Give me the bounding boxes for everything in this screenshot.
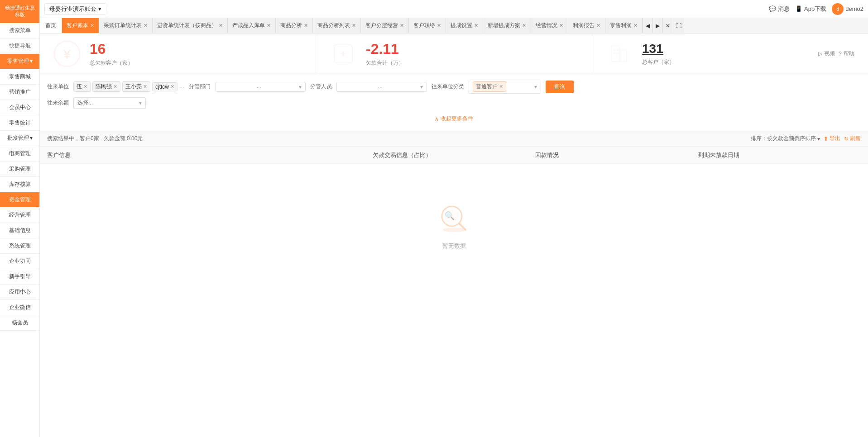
- refresh-button[interactable]: ↻ 刷新: [844, 135, 861, 142]
- tab-nav-next[interactable]: ▶: [652, 18, 662, 33]
- tab-close-icon[interactable]: ✕: [437, 23, 441, 28]
- tab-accounts[interactable]: 客户账本 ✕: [62, 18, 99, 33]
- tag-close-icon[interactable]: ✕: [113, 84, 117, 90]
- filter-tag-chen[interactable]: 陈民强 ✕: [92, 81, 120, 92]
- sidebar-item-quick-nav[interactable]: 快捷导航: [0, 38, 39, 54]
- stat-value-customers: 16: [90, 40, 133, 57]
- chevron-up-icon: ∧: [435, 116, 439, 122]
- tab-close-icon[interactable]: ✕: [144, 23, 148, 28]
- filter-tag-wang[interactable]: 王小亮 ✕: [122, 81, 150, 92]
- chevron-down-icon: ▾: [30, 135, 33, 141]
- app-logo[interactable]: 畅捷通好生意 标版: [0, 0, 39, 23]
- sidebar-item-app-center[interactable]: 应用中心: [0, 285, 39, 300]
- empty-illustration: 🔍: [436, 200, 472, 237]
- sidebar-item-new-guide[interactable]: 新手引导: [0, 269, 39, 285]
- sidebar-item-enterprise-collab[interactable]: 企业协同: [0, 254, 39, 269]
- tag-close-icon[interactable]: ✕: [143, 84, 147, 90]
- sidebar-item-enterprise-wechat[interactable]: 企业微信: [0, 300, 39, 315]
- stat-label-total: 总客户（家）: [642, 58, 675, 66]
- video-help-btn[interactable]: ▷ 视频: [818, 50, 835, 57]
- tag-close-icon[interactable]: ✕: [83, 84, 87, 90]
- tab-home[interactable]: 首页: [40, 18, 62, 33]
- account-selector[interactable]: 母婴行业演示账套 ▾: [44, 3, 106, 15]
- svg-text:✦: ✦: [339, 48, 347, 60]
- result-summary: 搜索结果中，客户0家: [47, 135, 99, 142]
- tab-inventory-stats[interactable]: 进货单统计表（按商品） ✕: [153, 18, 228, 33]
- sidebar-item-wholesale-mgmt[interactable]: 批发管理 ▾: [0, 131, 39, 146]
- tab-close-icon[interactable]: ✕: [633, 23, 638, 28]
- stat-label-debt: 欠款合计（万）: [366, 59, 404, 67]
- sidebar-item-business-mgmt[interactable]: 经营管理: [0, 208, 39, 223]
- user-profile[interactable]: d demo2: [832, 3, 863, 15]
- tab-new-promotion-plan[interactable]: 新增提成方案 ✕: [483, 18, 531, 33]
- tab-maximize[interactable]: ⛶: [673, 18, 684, 33]
- category-filter-select[interactable]: 普通客户 ✕ ▾: [469, 80, 541, 94]
- sidebar-item-ecommerce-mgmt[interactable]: 电商管理: [0, 146, 39, 162]
- filter-tag-wu[interactable]: 伍 ✕: [73, 81, 91, 92]
- sidebar-item-retail-mgmt[interactable]: 零售管理 ▾: [0, 54, 39, 69]
- collapse-btn[interactable]: ∧ 收起更多条件: [47, 112, 861, 125]
- more-icon: ···: [257, 84, 261, 90]
- filter-tag-cjttcw[interactable]: cjttcw ✕: [152, 82, 177, 91]
- chevron-down-icon: ▾: [30, 58, 33, 64]
- tab-close-icon[interactable]: ✕: [352, 23, 356, 28]
- message-btn[interactable]: 💬 消息: [769, 5, 790, 13]
- tab-customer-segment[interactable]: 客户分层经营 ✕: [361, 18, 409, 33]
- tag-label: cjttcw: [155, 84, 169, 90]
- person-filter-select[interactable]: ··· ▾: [336, 82, 427, 92]
- tab-goods-analysis-list[interactable]: 商品分析列表 ✕: [313, 18, 361, 33]
- tab-close-icon[interactable]: ✕: [304, 23, 308, 28]
- balance-filter-select[interactable]: 选择... ▾: [73, 97, 146, 109]
- svg-rect-6: [614, 49, 615, 50]
- more-tags-btn[interactable]: ···: [179, 83, 184, 90]
- tab-nav-prev[interactable]: ◀: [643, 18, 652, 33]
- sidebar-item-retail-stats[interactable]: 零售统计: [0, 115, 39, 131]
- tab-retail-profit[interactable]: 零售利润 ✕: [605, 18, 643, 33]
- sidebar-item-inventory-check[interactable]: 库存核算: [0, 177, 39, 192]
- query-button[interactable]: 查询: [546, 81, 574, 93]
- tab-close-icon[interactable]: ✕: [474, 23, 478, 28]
- sidebar-item-capital-mgmt[interactable]: 资金管理: [0, 192, 39, 208]
- tab-close-icon[interactable]: ✕: [219, 23, 223, 28]
- sort-button[interactable]: 排序：按欠款金额倒序排序 ▾: [751, 135, 820, 142]
- sidebar-item-basic-info[interactable]: 基础信息: [0, 223, 39, 238]
- sidebar-item-purchase-mgmt[interactable]: 采购管理: [0, 162, 39, 177]
- filter-area: 往来单位 伍 ✕ 陈民强 ✕ 王小亮 ✕ cjttcw: [40, 74, 868, 131]
- tab-close-icon[interactable]: ✕: [596, 23, 600, 28]
- tab-customer-contact[interactable]: 客户联络 ✕: [409, 18, 446, 33]
- stat-info-total: 131 总客户（家）: [642, 41, 675, 66]
- person-filter-label: 分管人员: [310, 83, 332, 90]
- sidebar-item-retail-mall[interactable]: 零售商城: [0, 69, 39, 85]
- question-icon: ?: [839, 51, 842, 57]
- tab-close-icon[interactable]: ✕: [400, 23, 404, 28]
- tab-profit-report[interactable]: 利润报告 ✕: [568, 18, 605, 33]
- tag-close-icon[interactable]: ✕: [170, 84, 174, 90]
- tab-goods-analysis[interactable]: 商品分析 ✕: [276, 18, 313, 33]
- tab-close-icon[interactable]: ✕: [90, 23, 94, 28]
- stat-info-debt: -2.11 欠款合计（万）: [366, 40, 404, 67]
- help-btn[interactable]: ? 帮助: [839, 50, 854, 57]
- tab-close-icon[interactable]: ✕: [267, 23, 271, 28]
- category-tag[interactable]: 普通客户 ✕: [473, 81, 506, 92]
- refresh-icon: ↻: [844, 136, 849, 142]
- category-tag-label: 普通客户: [476, 83, 498, 90]
- tab-close-icon[interactable]: ✕: [559, 23, 563, 28]
- tab-close-all[interactable]: ✕: [662, 18, 673, 33]
- export-button[interactable]: ⬆ 导出: [824, 135, 840, 142]
- tag-close-icon[interactable]: ✕: [499, 84, 503, 90]
- sidebar-item-search[interactable]: 搜索菜单: [0, 23, 39, 38]
- dept-filter-label: 分管部门: [189, 83, 211, 90]
- sidebar-item-marketing[interactable]: 营销推广: [0, 85, 39, 100]
- tab-business-status[interactable]: 经营情况 ✕: [531, 18, 568, 33]
- tab-purchase-order-stats[interactable]: 采购订单统计表 ✕: [99, 18, 153, 33]
- dept-filter-select[interactable]: ··· ▾: [215, 82, 306, 92]
- sidebar-item-system-mgmt[interactable]: 系统管理: [0, 238, 39, 254]
- stat-value-debt: -2.11: [366, 40, 404, 57]
- filter-row-1: 往来单位 伍 ✕ 陈民强 ✕ 王小亮 ✕ cjttcw: [47, 80, 861, 94]
- app-download-btn[interactable]: 📱 App下载: [795, 5, 826, 13]
- tab-close-icon[interactable]: ✕: [522, 23, 526, 28]
- tab-cost-entry[interactable]: 产成品入库单 ✕: [228, 18, 276, 33]
- tab-promotion-settings[interactable]: 提成设置 ✕: [446, 18, 483, 33]
- sidebar-item-chang-member[interactable]: 畅会员: [0, 315, 39, 331]
- sidebar-item-member-center[interactable]: 会员中心: [0, 100, 39, 115]
